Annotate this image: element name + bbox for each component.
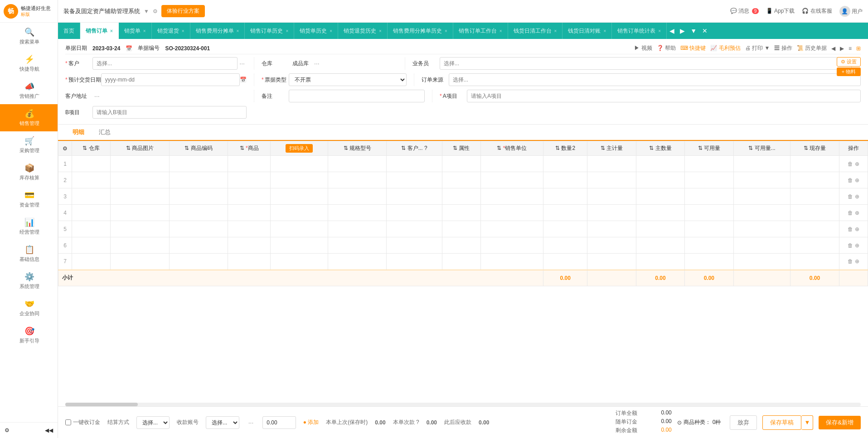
- row-3-cust[interactable]: [387, 188, 442, 205]
- row-4-action[interactable]: 🗑 ⊕: [839, 205, 868, 221]
- row-3-main-unit[interactable]: [587, 188, 636, 205]
- tab-close-fee-hist[interactable]: ×: [445, 29, 447, 34]
- tab-menu-btn[interactable]: ▼: [688, 27, 699, 34]
- sort-icon-7[interactable]: ⇅: [453, 145, 457, 151]
- staff-input[interactable]: [440, 57, 852, 70]
- sort-icon[interactable]: ⇅: [82, 145, 87, 151]
- delete-icon-4[interactable]: 🗑: [848, 210, 853, 216]
- discard-btn[interactable]: 放弃: [730, 415, 757, 430]
- invoice-select[interactable]: 不开票: [289, 73, 407, 86]
- sort-icon-11[interactable]: ⇅: [649, 145, 654, 151]
- nav-next-icon[interactable]: ▶: [840, 45, 844, 52]
- tab-close-sales-order[interactable]: ×: [110, 29, 113, 34]
- scan-btn[interactable]: 扫码录入: [286, 144, 313, 153]
- row-3-stock[interactable]: [790, 188, 839, 205]
- row-1-cust[interactable]: [387, 156, 442, 172]
- row-1-spec[interactable]: [328, 156, 386, 172]
- sidebar-item-quick[interactable]: ⚡ 快捷导航: [0, 50, 58, 77]
- sort-icon-5[interactable]: ⇅: [344, 145, 348, 151]
- tab-detail[interactable]: 明细: [65, 125, 92, 141]
- tab-close-order-hist[interactable]: ×: [286, 29, 288, 34]
- tab-home[interactable]: 首页: [58, 23, 80, 39]
- a-project-input[interactable]: [467, 90, 861, 102]
- row-3-code[interactable]: [169, 188, 228, 205]
- copy-icon-5[interactable]: ⊕: [855, 226, 859, 232]
- view-btn[interactable]: ▶ 视频: [634, 44, 652, 52]
- copy-icon-2[interactable]: ⊕: [855, 177, 859, 183]
- row-3-avail[interactable]: [685, 188, 733, 205]
- delete-icon-3[interactable]: 🗑: [848, 193, 853, 200]
- delivery-date-input[interactable]: [101, 73, 240, 86]
- row-3-main-qty[interactable]: [636, 188, 684, 205]
- row-2-spec[interactable]: [328, 172, 386, 188]
- sidebar-item-operations[interactable]: 📊 经营管理: [0, 213, 58, 240]
- online-service-btn[interactable]: 🎧 在线客服: [802, 7, 832, 15]
- row-3-unit[interactable]: [480, 188, 543, 205]
- b-project-input[interactable]: [92, 106, 247, 119]
- shortcut-btn[interactable]: ⌨ 快捷键: [680, 44, 706, 52]
- row-2-product[interactable]: [228, 172, 271, 188]
- tab-order-stats[interactable]: 销售订单统计表 ×: [612, 23, 667, 39]
- sort-icon-3[interactable]: ⇅: [184, 145, 189, 151]
- row-1-warehouse[interactable]: [72, 156, 111, 172]
- sort-icon-4[interactable]: ⇅: [240, 145, 244, 151]
- order-source-input[interactable]: [449, 73, 861, 86]
- row-1-avail2[interactable]: [733, 156, 790, 172]
- row-1-product[interactable]: [228, 156, 271, 172]
- settings-form-btn[interactable]: ⚙ 设置: [837, 57, 861, 67]
- grid-view-icon[interactable]: ⊞: [856, 45, 861, 52]
- sidebar-item-guide[interactable]: 🎯 新手引导: [0, 322, 58, 349]
- app-download-btn[interactable]: 📱 App下载: [766, 7, 795, 15]
- sidebar-item-purchase[interactable]: 🛒 采购管理: [0, 131, 58, 159]
- row-2-img[interactable]: [111, 172, 169, 188]
- calendar-icon[interactable]: 📅: [126, 45, 132, 52]
- row-3-attr[interactable]: [442, 188, 480, 205]
- scroll-bar[interactable]: [65, 403, 861, 406]
- row-2-warehouse[interactable]: [72, 172, 111, 188]
- row-3-scan[interactable]: [271, 188, 328, 205]
- addr-expand-btn[interactable]: ···: [92, 92, 102, 100]
- sort-icon-2[interactable]: ⇅: [126, 145, 131, 151]
- row-1-qty2[interactable]: [543, 156, 587, 172]
- row-1-attr[interactable]: [442, 156, 480, 172]
- tab-close-ret-hist[interactable]: ×: [379, 29, 382, 34]
- tab-order-history[interactable]: 销售订单历史 ×: [245, 23, 294, 39]
- date-picker-icon[interactable]: 📅: [240, 77, 247, 83]
- tab-close-stats[interactable]: ×: [658, 29, 661, 34]
- save-new-btn[interactable]: 保存&新增: [819, 416, 861, 429]
- help-icon-footer[interactable]: ?: [416, 419, 419, 425]
- account-expand-btn[interactable]: ···: [247, 419, 256, 426]
- row-1-img[interactable]: [111, 156, 169, 172]
- row-2-attr[interactable]: [442, 172, 480, 188]
- tab-return-history[interactable]: 销货退货历史 ×: [338, 23, 388, 39]
- sidebar-item-system[interactable]: ⚙️ 系统管理: [0, 267, 58, 294]
- row-7-action[interactable]: 🗑 ⊕: [839, 254, 868, 270]
- add-material-btn[interactable]: + 物料: [837, 67, 861, 76]
- tab-daily-workbench[interactable]: 钱货日清工作台 ×: [508, 23, 563, 39]
- sidebar-item-search[interactable]: 🔍 搜索菜单: [0, 23, 58, 50]
- message-btn[interactable]: 💬 消息 9: [730, 7, 759, 15]
- copy-icon-4[interactable]: ⊕: [855, 210, 859, 216]
- sort-icon-14[interactable]: ⇅: [804, 145, 808, 151]
- add-btn[interactable]: ● 添加: [303, 419, 319, 426]
- copy-icon-7[interactable]: ⊕: [855, 258, 859, 265]
- save-draft-btn[interactable]: 保存草稿: [762, 415, 801, 430]
- operate-btn[interactable]: ☰ 操作: [774, 44, 792, 52]
- sidebar-item-inventory[interactable]: 📦 库存核算: [0, 159, 58, 186]
- sort-icon-13[interactable]: ⇅: [748, 145, 753, 151]
- tab-sales-order[interactable]: 销售订单 ×: [80, 23, 119, 39]
- row-2-code[interactable]: [169, 172, 228, 188]
- tab-close-reconcile[interactable]: ×: [603, 29, 606, 34]
- help-btn[interactable]: ❓ 帮助: [657, 44, 676, 52]
- user-avatar[interactable]: 👤 用户: [839, 6, 863, 17]
- customer-expand-btn[interactable]: ···: [238, 60, 247, 67]
- list-view-icon[interactable]: ≡: [849, 45, 852, 52]
- copy-icon-3[interactable]: ⊕: [855, 193, 859, 200]
- row-3-product[interactable]: [228, 188, 271, 205]
- save-draft-dropdown-btn[interactable]: ▼: [801, 415, 813, 430]
- nav-prev-icon[interactable]: ◀: [831, 45, 835, 52]
- row-2-avail2[interactable]: [733, 172, 790, 188]
- sort-icon-6[interactable]: ⇅: [401, 145, 406, 151]
- collapse-icon[interactable]: ◀◀: [45, 427, 53, 433]
- tab-close-fee-split[interactable]: ×: [237, 29, 239, 34]
